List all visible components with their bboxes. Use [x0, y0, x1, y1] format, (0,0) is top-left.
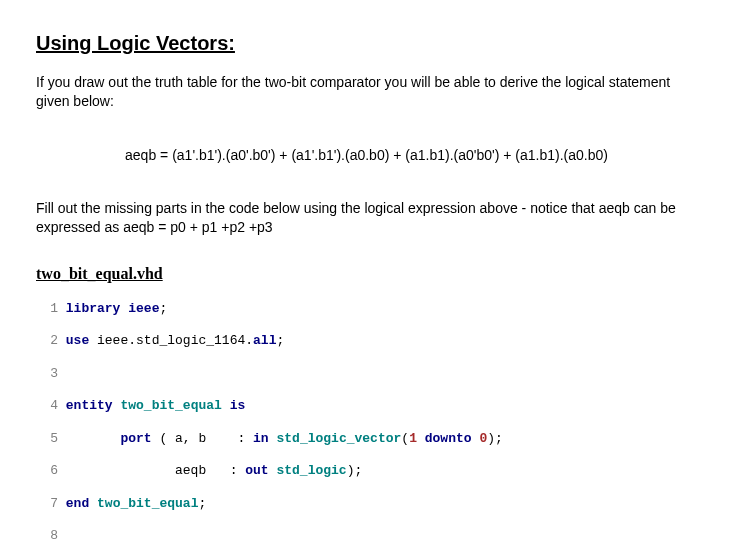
code-text: ; — [198, 496, 206, 511]
type: two_bit_equal — [97, 496, 198, 511]
line-number: 6 — [36, 463, 58, 479]
code-text: ); — [347, 463, 363, 478]
code-text — [417, 431, 425, 446]
code-text — [222, 398, 230, 413]
keyword: port — [120, 431, 151, 446]
number: 1 — [409, 431, 417, 446]
line-number: 3 — [36, 366, 58, 382]
line-number: 1 — [36, 301, 58, 317]
code-filename: two_bit_equal.vhd — [36, 265, 697, 283]
code-line: 8 — [36, 528, 697, 544]
logic-equation: aeqb = (a1'.b1').(a0'.b0') + (a1'.b1').(… — [36, 147, 697, 163]
code-text: ( a, b : — [152, 431, 253, 446]
code-text: ); — [487, 431, 503, 446]
code-line: 7 end two_bit_equal; — [36, 496, 697, 512]
code-line: 1 library ieee; — [36, 301, 697, 317]
code-block: 1 library ieee; 2 use ieee.std_logic_116… — [36, 285, 697, 556]
keyword: entity — [66, 398, 113, 413]
code-text: ieee.std_logic_1164. — [89, 333, 253, 348]
type: std_logic — [276, 463, 346, 478]
keyword: use — [66, 333, 89, 348]
keyword: library — [66, 301, 121, 316]
intro-paragraph: If you draw out the truth table for the … — [36, 73, 697, 111]
instruction-paragraph: Fill out the missing parts in the code b… — [36, 199, 697, 237]
code-line: 2 use ieee.std_logic_1164.all; — [36, 333, 697, 349]
line-number: 8 — [36, 528, 58, 544]
keyword: in — [253, 431, 269, 446]
code-text: ( — [401, 431, 409, 446]
line-number: 4 — [36, 398, 58, 414]
code-text — [89, 496, 97, 511]
line-number: 7 — [36, 496, 58, 512]
code-line: 3 — [36, 366, 697, 382]
code-text: ; — [276, 333, 284, 348]
code-line: 6 aeqb : out std_logic); — [36, 463, 697, 479]
code-line: 4 entity two_bit_equal is — [36, 398, 697, 414]
keyword: ieee — [128, 301, 159, 316]
keyword: is — [230, 398, 246, 413]
type: std_logic_vector — [276, 431, 401, 446]
keyword: all — [253, 333, 276, 348]
keyword: end — [66, 496, 89, 511]
code-text: ; — [159, 301, 167, 316]
section-title: Using Logic Vectors: — [36, 32, 697, 55]
line-number: 5 — [36, 431, 58, 447]
code-text: aeqb : — [58, 463, 245, 478]
line-number: 2 — [36, 333, 58, 349]
type: two_bit_equal — [120, 398, 221, 413]
keyword: downto — [425, 431, 472, 446]
keyword: out — [245, 463, 268, 478]
code-line: 5 port ( a, b : in std_logic_vector(1 do… — [36, 431, 697, 447]
